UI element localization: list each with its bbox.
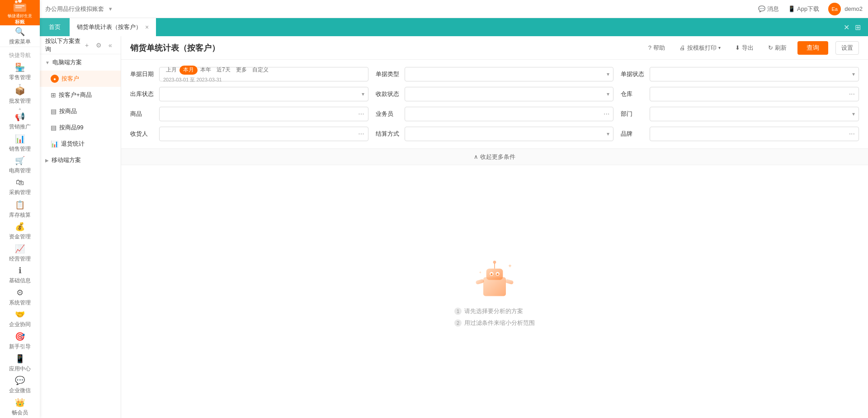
- sidebar-item-quick-nav[interactable]: 快捷导航: [0, 47, 40, 63]
- sidebar-item-ecommerce[interactable]: 🛒 电商管理: [0, 154, 40, 176]
- tab-active[interactable]: 销货单统计表（按客户） ×: [70, 18, 156, 36]
- settings-button[interactable]: 设置: [835, 41, 859, 55]
- filter-item-settlement: 结算方式 ▾: [376, 127, 614, 141]
- tree-icon-table: ▤: [51, 108, 57, 115]
- help-button[interactable]: ? 帮助: [645, 42, 669, 54]
- guide-label: 新手引导: [9, 343, 31, 351]
- sidebar-item-finance[interactable]: 💰 资金管理: [0, 220, 40, 242]
- filter-item-out-status: 出库状态 ▾: [130, 87, 368, 101]
- date-tab-7days[interactable]: 近7天: [214, 66, 233, 75]
- left-panel: 按以下方案查询 + ⚙ « ▼ 电脑端: [40, 36, 121, 418]
- brand-ellipsis: ···: [849, 130, 855, 138]
- date-input[interactable]: 上月 本月 本年 近7天 更多 自定义 2023-03-01 至 2023-03…: [159, 67, 368, 81]
- topbar-dropdown-icon[interactable]: ▾: [107, 5, 114, 13]
- tree-toggle-desktop: ▼: [45, 60, 50, 65]
- empty-tip-2: 2 用过滤条件来缩小分析范围: [454, 319, 535, 327]
- tree-item-by-goods99-label: 按商品99: [59, 124, 83, 132]
- out-status-input[interactable]: ▾: [159, 87, 368, 101]
- add-icon: +: [85, 42, 89, 49]
- warehouse-input[interactable]: ···: [650, 87, 859, 101]
- window-controls: ✕ ⊞: [836, 18, 868, 36]
- date-tab-last-month[interactable]: 上月: [163, 66, 179, 75]
- tab-home[interactable]: 首页: [40, 18, 70, 36]
- page-header-actions: ? 帮助 🖨 按模板打印 ▾ ⬇ 导出: [645, 41, 859, 55]
- tree-desktop-section[interactable]: ▼ 电脑端方案: [40, 54, 121, 71]
- svg-point-4: [18, 0, 22, 3]
- app-download-button[interactable]: 📱 App下载: [788, 5, 819, 13]
- svg-point-10: [497, 273, 499, 275]
- sidebar-item-marketing[interactable]: 📢 营销推广: [0, 110, 40, 133]
- tree-item-by-goods[interactable]: ▤ 按商品: [40, 103, 121, 119]
- order-type-dropdown-icon: ▾: [607, 71, 609, 77]
- user-name: demo2: [844, 5, 863, 12]
- order-status-input[interactable]: ▾: [650, 67, 859, 81]
- topbar: 办公用品行业模拟账套 ▾ 💬 消息 📱 App下载 Ea demo2: [40, 0, 868, 18]
- window-close-button[interactable]: ✕: [844, 23, 849, 32]
- sidebar-item-vip[interactable]: 👑 畅会员: [0, 396, 40, 418]
- settlement-input[interactable]: ▾: [405, 127, 614, 141]
- sidebar-item-purchase[interactable]: 🛍 采购管理: [0, 176, 40, 199]
- sidebar-item-enterprise-wechat[interactable]: 💬 企业微信: [0, 374, 40, 396]
- sidebar-logo: 畅捷通好生意 标账: [0, 0, 40, 25]
- marketing-icon: 📢: [15, 112, 25, 122]
- sidebar-item-sales[interactable]: 📊 销售管理: [0, 133, 40, 155]
- order-type-input[interactable]: ▾: [405, 67, 614, 81]
- warehouse-label: 仓库: [621, 90, 646, 98]
- consignee-input[interactable]: ···: [159, 127, 368, 141]
- collapse-label: 收起更多条件: [480, 153, 515, 161]
- export-button[interactable]: ⬇ 导出: [731, 42, 757, 54]
- goods-input[interactable]: ···: [159, 107, 368, 121]
- svg-rect-13: [476, 279, 485, 285]
- query-button[interactable]: 查询: [797, 41, 828, 55]
- tree-item-by-customer-goods[interactable]: ⊞ 按客户+商品: [40, 87, 121, 103]
- order-status-label: 单据状态: [621, 70, 646, 78]
- retail-icon: 🏪: [15, 62, 25, 72]
- date-tab-custom[interactable]: 自定义: [250, 66, 271, 75]
- collapse-bar[interactable]: ∧ 收起更多条件: [121, 149, 868, 165]
- department-input[interactable]: ▾: [650, 107, 859, 121]
- add-scheme-button[interactable]: +: [82, 40, 92, 50]
- content-area: 按以下方案查询 + ⚙ « ▼ 电脑端: [40, 36, 868, 418]
- export-icon: ⬇: [735, 44, 740, 51]
- sidebar-item-basic-info[interactable]: ℹ 基础信息: [0, 264, 40, 286]
- tab-close-button[interactable]: ×: [145, 24, 149, 30]
- sidebar-item-operations[interactable]: 📈 经营管理: [0, 242, 40, 264]
- tree-item-by-customer[interactable]: ● 按客户: [40, 71, 121, 87]
- salesperson-input[interactable]: ···: [405, 107, 614, 121]
- purchase-icon: 🛍: [16, 178, 24, 187]
- sidebar-item-retail[interactable]: 🏪 零售管理 ▼: [0, 63, 40, 87]
- tree-icon-grid: ⊞: [51, 91, 56, 99]
- quick-nav-label: 快捷导航: [9, 52, 31, 59]
- receipt-status-input[interactable]: ▾: [405, 87, 614, 101]
- tree-item-return-stats-label: 退货统计: [61, 140, 85, 148]
- refresh-button[interactable]: ↻ 刷新: [764, 42, 790, 54]
- settings-scheme-button[interactable]: ⚙: [94, 40, 104, 50]
- sidebar: 畅捷通好生意 标账 🔍 搜索菜单 快捷导航 🏪 零售管理 ▼ 📦 批发管理 ▲ …: [0, 0, 40, 418]
- filter-area: 单据日期 上月 本月 本年 近7天 更多 自定义 20: [121, 60, 868, 149]
- collapse-panel-button[interactable]: «: [105, 40, 115, 50]
- tree-item-return-stats[interactable]: 📊 退货统计: [40, 136, 121, 152]
- window-maximize-button[interactable]: ⊞: [855, 23, 861, 32]
- tree-mobile-section[interactable]: ▶ 移动端方案: [40, 152, 121, 168]
- sidebar-item-app-center[interactable]: 📱 应用中心: [0, 352, 40, 374]
- date-tab-this-year[interactable]: 本年: [198, 66, 214, 75]
- sidebar-item-system[interactable]: ⚙ 系统管理: [0, 286, 40, 309]
- date-tab-more[interactable]: 更多: [233, 66, 250, 75]
- collapse-icon: «: [108, 42, 112, 49]
- tree-icon-bar: 📊: [51, 140, 58, 147]
- sidebar-item-search[interactable]: 🔍 搜索菜单: [0, 25, 40, 48]
- sidebar-search-label: 搜索菜单: [9, 38, 31, 46]
- brand-input[interactable]: ···: [650, 127, 859, 141]
- sidebar-item-collaboration[interactable]: 🤝 企业协同: [0, 308, 40, 330]
- print-button[interactable]: 🖨 按模板打印 ▾: [676, 42, 724, 54]
- sidebar-item-guide[interactable]: 🎯 新手引导: [0, 330, 40, 352]
- app-download-label: App下载: [797, 5, 819, 13]
- sidebar-item-wholesale[interactable]: 📦 批发管理 ▲: [0, 87, 40, 110]
- sidebar-item-inventory[interactable]: 📋 库存核算: [0, 198, 40, 220]
- date-tab-this-month[interactable]: 本月: [179, 66, 198, 75]
- tree-item-by-goods-label: 按商品: [59, 107, 77, 115]
- tree-item-by-goods99[interactable]: ▤ 按商品99: [40, 119, 121, 136]
- message-button[interactable]: 💬 消息: [758, 5, 779, 13]
- user-menu[interactable]: Ea demo2: [828, 3, 863, 15]
- sales-icon: 📊: [15, 134, 25, 144]
